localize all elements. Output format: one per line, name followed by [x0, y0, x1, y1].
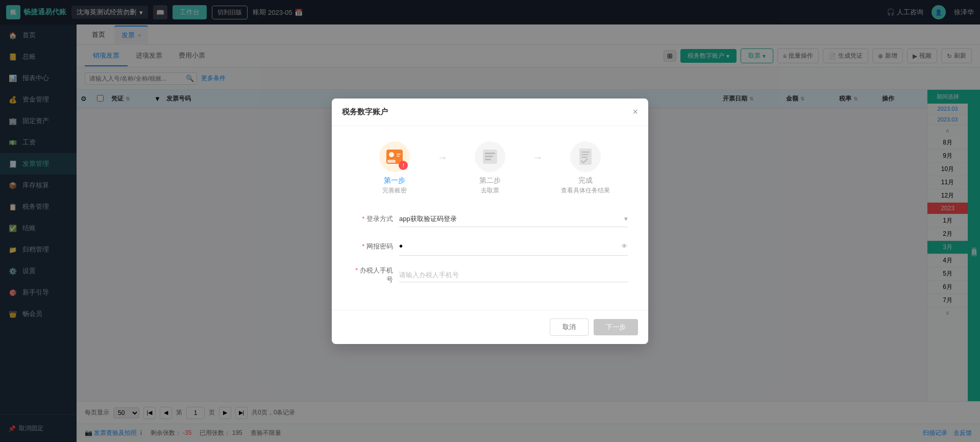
step-1-icon-wrap: !	[379, 141, 410, 172]
password-input[interactable]	[399, 240, 617, 252]
required-star: *	[362, 215, 364, 223]
step-3: 完成 查看具体任务结果	[543, 141, 628, 195]
svg-rect-2	[387, 160, 396, 163]
modal-footer: 取消 下一步	[332, 310, 648, 344]
phone-control	[399, 268, 628, 282]
svg-point-1	[389, 152, 394, 157]
password-input-wrapper: 👁	[399, 237, 628, 256]
modal-close-button[interactable]: ×	[632, 107, 638, 117]
step-1-badge: !	[399, 161, 408, 170]
password-control: 👁	[399, 237, 628, 256]
step-3-icon	[575, 146, 596, 167]
step-arrow-2: →	[532, 141, 543, 163]
login-method-row: * 登录方式 app获取验证码登录 ▾	[352, 211, 628, 227]
phone-input[interactable]	[399, 268, 628, 282]
svg-rect-8	[485, 159, 491, 160]
svg-rect-3	[397, 154, 401, 155]
chevron-down-icon: ▾	[624, 215, 628, 223]
modal: 税务数字账户 ×	[332, 99, 648, 344]
steps: ! 第一步 完善账密 →	[352, 141, 628, 195]
svg-rect-11	[581, 154, 589, 155]
modal-body: ! 第一步 完善账密 →	[332, 126, 648, 310]
step-1: ! 第一步 完善账密	[352, 141, 437, 195]
step-3-label: 完成	[578, 176, 593, 185]
phone-row: * 办税人手机号	[352, 266, 628, 284]
required-star-3: *	[355, 266, 358, 274]
svg-rect-10	[581, 152, 590, 153]
next-button[interactable]: 下一步	[594, 319, 638, 335]
login-method-control: app获取验证码登录 ▾	[399, 211, 628, 227]
step-1-desc: 完善账密	[382, 186, 407, 195]
step-2-icon	[480, 146, 500, 167]
phone-label: * 办税人手机号	[352, 266, 393, 284]
modal-overlay[interactable]: 税务数字账户 ×	[0, 0, 980, 442]
eye-icon[interactable]: 👁	[621, 242, 628, 250]
svg-rect-12	[581, 157, 587, 158]
step-arrow-1: →	[437, 141, 448, 163]
login-method-select[interactable]: app获取验证码登录 ▾	[399, 211, 628, 227]
step-2-desc: 去取票	[481, 186, 499, 195]
password-label: * 网报密码	[352, 242, 393, 251]
cancel-button[interactable]: 取消	[550, 318, 589, 336]
modal-header: 税务数字账户 ×	[332, 99, 648, 126]
modal-form: * 登录方式 app获取验证码登录 ▾ * 网报密码	[352, 211, 628, 284]
step-2: 第二步 去取票	[448, 141, 533, 195]
step-3-icon-wrap	[570, 141, 601, 172]
svg-rect-4	[397, 156, 400, 157]
required-star-2: *	[362, 242, 364, 250]
step-2-label: 第二步	[479, 176, 501, 185]
svg-rect-6	[485, 153, 495, 154]
login-method-label: * 登录方式	[352, 214, 393, 224]
modal-title: 税务数字账户	[342, 107, 388, 117]
password-row: * 网报密码 👁	[352, 237, 628, 256]
login-method-value: app获取验证码登录	[399, 214, 457, 224]
step-3-desc: 查看具体任务结果	[561, 186, 610, 195]
svg-rect-7	[485, 156, 493, 157]
step-1-label: 第一步	[384, 176, 405, 185]
step-2-icon-wrap	[475, 141, 505, 172]
